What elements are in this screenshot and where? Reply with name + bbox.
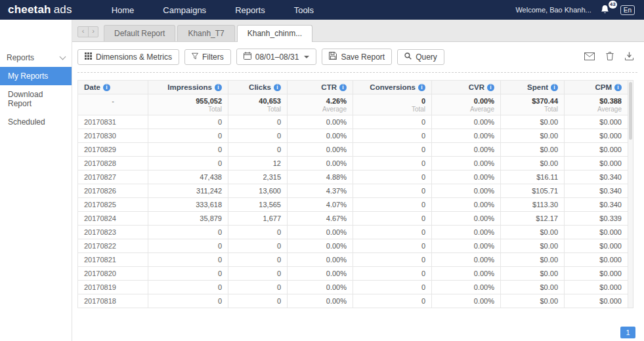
column-header-conversions: Conversions [353, 81, 432, 94]
info-icon[interactable] [339, 84, 347, 91]
metric-cell: 0.00% [432, 294, 501, 308]
metric-cell: $0.00 [501, 143, 565, 157]
table-row: 20170821000.00%00.00%$0.00$0.000 [78, 253, 628, 267]
metric-cell: 0 [148, 253, 228, 267]
total-value: 955,052 [154, 97, 222, 105]
metric-cell: 0 [353, 212, 432, 226]
metric-cell: 0.00% [432, 170, 501, 184]
totals-date-cell: - [78, 94, 148, 115]
info-icon[interactable] [215, 84, 222, 91]
metric-cell: 0 [353, 226, 432, 239]
tab-default-report[interactable]: Default Report [104, 25, 175, 41]
date-range-button[interactable]: 08/01–08/31 [236, 49, 317, 65]
metric-cell: 0.00% [432, 129, 501, 143]
brand-bold: cheetah [8, 3, 51, 16]
metric-cell: $0.340 [565, 184, 628, 198]
brand-logo[interactable]: cheetahads [8, 3, 72, 16]
metric-cell: 0 [148, 239, 228, 253]
sidebar-item-my-reports[interactable]: My Reports [0, 67, 72, 85]
info-icon[interactable] [274, 84, 281, 91]
metric-cell: $113.30 [501, 198, 565, 212]
top-navbar: cheetahads Home Campaigns Reports Tools … [0, 0, 644, 20]
metric-cell: $0.340 [565, 170, 628, 184]
metric-cell: 0.00% [288, 267, 353, 281]
tab-scroll-left-button[interactable]: ‹ [78, 27, 88, 37]
tab-khanh-chinm[interactable]: Khanh_chinm... [237, 25, 312, 42]
send-mail-button[interactable] [584, 51, 595, 63]
column-header-clicks: Clicks [228, 81, 288, 94]
total-sub: Average [293, 106, 347, 113]
sidebar-section-reports[interactable]: Reports [0, 49, 72, 67]
main-content: ‹ › Default Report Khanh_T7 Khanh_chinm.… [72, 20, 644, 341]
total-sub: Total [359, 106, 425, 113]
username: Bao Khanh... [549, 6, 591, 14]
pagination-page-1-button[interactable]: 1 [620, 327, 635, 338]
column-label: Conversions [370, 83, 416, 91]
info-icon[interactable] [103, 84, 110, 91]
nav-item-tools[interactable]: Tools [291, 4, 316, 16]
metric-cell: $0.00 [501, 267, 565, 281]
scrollbar-thumb[interactable] [629, 82, 632, 140]
date-cell: 20170824 [78, 212, 148, 226]
metric-cell: 0 [353, 267, 432, 281]
metric-cell: 12 [228, 157, 288, 170]
metric-cell: 0.00% [288, 239, 353, 253]
nav-item-reports[interactable]: Reports [232, 4, 268, 16]
nav-item-home[interactable]: Home [109, 4, 137, 16]
sidebar-item-scheduled[interactable]: Scheduled [0, 113, 72, 131]
table-row: 20170818000.00%00.00%$0.00$0.000 [78, 294, 628, 308]
table-scrollbar[interactable] [628, 80, 633, 308]
metric-cell: $0.00 [501, 253, 565, 267]
total-value: $370.44 [507, 97, 558, 105]
metric-cell: $0.000 [565, 281, 628, 294]
metric-cell: 0 [353, 184, 432, 198]
table-row: 20170826311,24213,6004.37%00.00%$105.71$… [78, 184, 628, 198]
date-cell: 20170830 [78, 129, 148, 143]
metric-cell: 13,565 [228, 198, 288, 212]
info-icon[interactable] [551, 84, 558, 91]
tab-khanh-t7[interactable]: Khanh_T7 [177, 25, 234, 41]
metric-cell: 0.00% [288, 253, 353, 267]
column-label: CTR [321, 83, 337, 91]
metric-cell: $0.00 [501, 157, 565, 170]
metric-cell: 0 [148, 281, 228, 294]
info-icon[interactable] [418, 84, 425, 91]
metric-cell: 0 [353, 143, 432, 157]
metric-cell: 4.37% [288, 184, 353, 198]
metric-cell: 0.00% [432, 184, 501, 198]
dimensions-metrics-button[interactable]: Dimensions & Metrics [77, 49, 179, 65]
metric-cell: 0 [353, 294, 432, 308]
metric-cell: $0.00 [501, 129, 565, 143]
column-header-impressions: Impressions [148, 81, 228, 94]
nav-item-campaigns[interactable]: Campaigns [160, 4, 209, 16]
info-icon[interactable] [487, 84, 494, 91]
total-sub: Average [570, 106, 622, 113]
total-sub: Total [507, 106, 558, 113]
welcome-user[interactable]: Welcome, Bao Khanh... [515, 6, 591, 14]
date-cell: 20170828 [78, 157, 148, 170]
metric-cell: 0 [148, 143, 228, 157]
table-row: 2017082747,4382,3154.88%00.00%$16.11$0.3… [78, 170, 628, 184]
notification-badge: 43 [609, 1, 617, 9]
metric-cell: $0.339 [565, 212, 628, 226]
table-row: 20170823000.00%00.00%$0.00$0.000 [78, 226, 628, 239]
save-report-button[interactable]: Save Report [322, 49, 392, 65]
sidebar: Reports My Reports Download Report Sched… [0, 20, 72, 341]
delete-report-button[interactable] [606, 51, 614, 63]
totals-cell: 40,653Total [228, 94, 288, 115]
info-icon[interactable] [614, 84, 622, 91]
totals-cell: 4.26%Average [288, 94, 353, 115]
trash-icon [606, 51, 614, 63]
filters-button[interactable]: Filters [184, 49, 231, 65]
sidebar-section-label: Reports [7, 53, 34, 62]
metric-cell: 0.00% [288, 157, 353, 170]
sidebar-item-download-report[interactable]: Download Report [0, 85, 72, 113]
date-cell: 20170818 [78, 294, 148, 308]
query-button[interactable]: Query [397, 49, 444, 65]
metric-cell: 0.00% [432, 267, 501, 281]
language-button[interactable]: En [620, 5, 635, 15]
export-download-button[interactable] [625, 51, 633, 63]
notifications-button[interactable]: 43 [600, 5, 612, 15]
tab-scroll-right-button[interactable]: › [88, 27, 98, 37]
metric-cell: $0.340 [565, 198, 628, 212]
